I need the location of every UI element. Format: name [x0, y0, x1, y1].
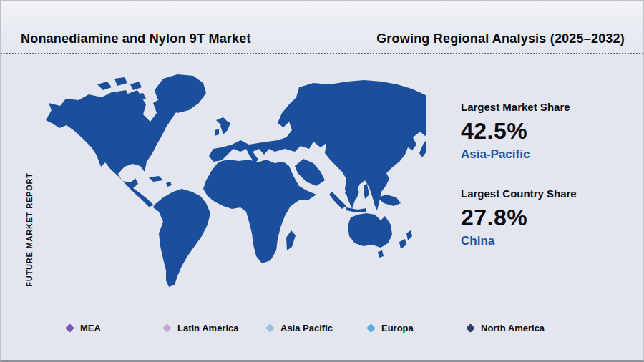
legend-item-mea: MEA: [67, 321, 101, 335]
largest-country-share-block: Largest Country Share 27.8% China: [461, 187, 577, 248]
brand-vertical-label: FUTURE MARKET REPORT: [16, 167, 42, 293]
legend-item-latin-america: Latin America: [164, 321, 239, 335]
legend-item-europa: Europa: [368, 321, 414, 335]
legend-item-asia-pacific: Asia Pacific: [267, 321, 333, 335]
diamond-marker-icon: [466, 323, 475, 333]
region-legend: MEA Latin America Asia Pacific Europa No…: [1, 321, 644, 335]
largest-market-share-block: Largest Market Share 42.5% Asia-Pacific: [461, 101, 570, 162]
diamond-marker-icon: [65, 323, 74, 333]
header: Nonanediamine and Nylon 9T Market Growin…: [1, 1, 643, 54]
diamond-marker-icon: [162, 323, 172, 333]
market-share-value: 42.5%: [461, 119, 570, 142]
legend-label: MEA: [80, 323, 101, 333]
legend-label: Asia Pacific: [280, 323, 333, 333]
country-share-region: China: [461, 234, 577, 248]
legend-label: North America: [481, 323, 545, 333]
legend-item-north-america: North America: [467, 321, 545, 335]
world-map: [40, 69, 426, 290]
country-share-label: Largest Country Share: [461, 187, 577, 200]
analysis-period-title: Growing Regional Analysis (2025–2032): [376, 31, 625, 47]
diamond-marker-icon: [366, 323, 376, 333]
diamond-marker-icon: [265, 323, 275, 333]
market-title: Nonanediamine and Nylon 9T Market: [21, 31, 251, 47]
market-share-label: Largest Market Share: [461, 101, 570, 113]
brand-vertical-label-container: FUTURE MARKET REPORT: [16, 167, 42, 293]
infographic-canvas: Nonanediamine and Nylon 9T Market Growin…: [0, 0, 644, 362]
market-share-region: Asia-Pacific: [461, 147, 570, 162]
legend-label: Europa: [381, 323, 414, 333]
country-share-value: 27.8%: [461, 206, 577, 229]
legend-label: Latin America: [177, 323, 239, 333]
